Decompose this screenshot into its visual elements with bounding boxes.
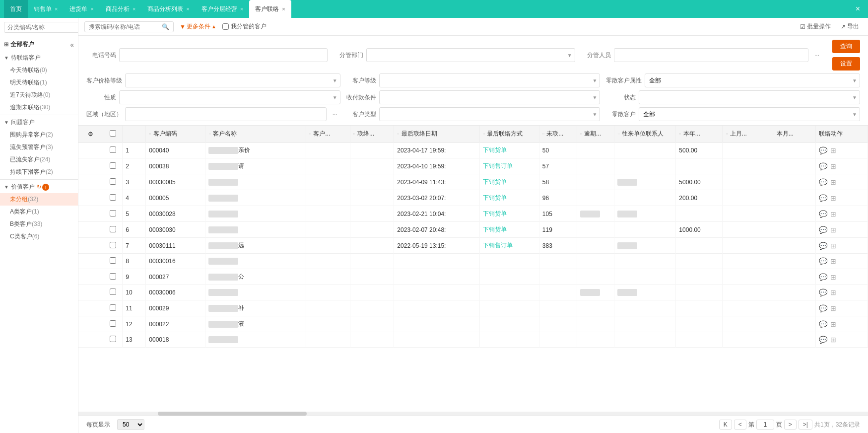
col-type-header[interactable]: ::客户... — [306, 126, 350, 143]
cell-check[interactable] — [103, 190, 123, 206]
action-grid-icon[interactable]: ⊞ — [830, 336, 836, 344]
nav-close-button[interactable]: × — [852, 4, 864, 13]
last-way-link[interactable]: 下销货单 — [483, 210, 507, 217]
row-checkbox[interactable] — [110, 273, 116, 280]
action-grid-icon[interactable]: ⊞ — [830, 273, 836, 281]
filter-region-input[interactable] — [125, 107, 327, 121]
sidebar-item-class-a[interactable]: A类客户(1) — [0, 206, 78, 218]
sidebar-group-problem[interactable]: ▼ 问题客户 — [0, 116, 78, 129]
sidebar-group-value[interactable]: ▼ 价值客户 ↻ ! — [0, 181, 78, 193]
filter-payment-select[interactable] — [379, 90, 601, 104]
close-customer-tier-icon[interactable]: × — [240, 6, 243, 12]
sidebar-item-ungroup[interactable]: 未分组(32) — [0, 193, 78, 206]
cell-check[interactable] — [103, 316, 123, 332]
query-button[interactable]: 查询 — [832, 40, 860, 53]
row-checkbox[interactable] — [110, 320, 116, 327]
filter-customer-type-select[interactable] — [379, 107, 601, 121]
col-thisyear-header[interactable]: ::本年... — [676, 126, 723, 143]
col-name-header[interactable]: ::客户名称 — [205, 126, 306, 143]
sidebar-item-churn-warning[interactable]: 流失预警客户(3) — [0, 141, 78, 153]
action-chat-icon[interactable]: 💬 — [819, 242, 827, 250]
select-all-checkbox[interactable] — [110, 130, 116, 137]
tab-purchase[interactable]: 进货单 × — [64, 0, 99, 18]
action-grid-icon[interactable]: ⊞ — [830, 304, 836, 312]
sidebar-group-pending[interactable]: ▼ 待联络客户 — [0, 52, 78, 64]
row-checkbox[interactable] — [110, 289, 116, 295]
cell-check[interactable] — [103, 254, 123, 269]
cell-check[interactable] — [103, 300, 123, 316]
sidebar-item-7days[interactable]: 近7天待联络(0) — [0, 89, 78, 101]
col-settings-header[interactable]: ⚙ — [78, 126, 103, 143]
last-way-link[interactable]: 下销货单 — [483, 194, 507, 201]
page-size-select[interactable]: 50 20 100 — [117, 419, 144, 430]
action-chat-icon[interactable]: 💬 — [819, 304, 827, 312]
row-checkbox[interactable] — [110, 178, 116, 185]
col-overdue-header[interactable]: ::逾期... — [577, 126, 614, 143]
sidebar-item-overdue[interactable]: 逾期未联络(30) — [0, 101, 78, 114]
col-contact-header[interactable]: ::联络... — [350, 126, 394, 143]
tab-sales[interactable]: 销售单 × — [28, 0, 64, 18]
last-page-btn[interactable]: >| — [799, 420, 812, 430]
filter-dept-select[interactable] — [366, 48, 575, 62]
row-checkbox[interactable] — [110, 257, 116, 264]
tab-product-analysis[interactable]: 商品分析 × — [100, 0, 141, 18]
last-way-link[interactable]: 下销售订单 — [483, 242, 513, 249]
close-customer-contact-icon[interactable]: × — [282, 6, 285, 12]
close-purchase-icon[interactable]: × — [90, 6, 93, 12]
action-grid-icon[interactable]: ⊞ — [830, 178, 836, 186]
all-customers-header[interactable]: ⊞ 全部客户 « — [0, 37, 78, 52]
region-more-icon[interactable]: ··· — [330, 111, 340, 118]
action-grid-icon[interactable]: ⊞ — [830, 242, 836, 250]
row-checkbox[interactable] — [110, 336, 116, 342]
prev-page-btn[interactable]: < — [734, 420, 746, 430]
filter-status-select[interactable] — [639, 90, 860, 104]
scrollbar-thumb[interactable] — [158, 412, 307, 416]
main-search-icon[interactable]: 🔍 — [162, 23, 169, 30]
filter-person-input[interactable] — [614, 48, 808, 62]
row-checkbox[interactable] — [110, 210, 116, 216]
col-thismonth-header[interactable]: ::本月... — [769, 126, 816, 143]
next-page-btn[interactable]: > — [784, 420, 797, 430]
col-lastway-header[interactable]: ::最后联络方式 — [479, 126, 539, 143]
row-checkbox[interactable] — [110, 226, 116, 232]
sidebar-search-input[interactable] — [4, 22, 78, 33]
cell-check[interactable] — [103, 206, 123, 222]
main-search-input[interactable] — [89, 23, 162, 30]
action-grid-icon[interactable]: ⊞ — [830, 257, 836, 265]
page-input[interactable] — [756, 420, 774, 430]
close-sales-icon[interactable]: × — [55, 6, 58, 12]
filter-nature-select[interactable] — [119, 90, 340, 104]
action-grid-icon[interactable]: ⊞ — [830, 162, 836, 170]
row-checkbox[interactable] — [110, 146, 116, 153]
action-chat-icon[interactable]: 💬 — [819, 257, 827, 265]
action-chat-icon[interactable]: 💬 — [819, 178, 827, 186]
action-chat-icon[interactable]: 💬 — [819, 289, 827, 296]
action-chat-icon[interactable]: 💬 — [819, 320, 827, 328]
value-refresh-icon[interactable]: ↻ — [37, 184, 41, 190]
row-checkbox[interactable] — [110, 162, 116, 169]
filter-phone-input[interactable] — [119, 48, 328, 62]
filter-sparse-customer-select[interactable]: 全部 — [639, 107, 860, 121]
filter-customer-level-select[interactable] — [379, 73, 601, 87]
cell-check[interactable] — [103, 222, 123, 238]
last-way-link[interactable]: 下销货单 — [483, 178, 507, 185]
my-customers-checkbox[interactable] — [222, 23, 229, 30]
sidebar-item-tomorrow[interactable]: 明天待联络(1) — [0, 76, 78, 89]
row-checkbox[interactable] — [110, 304, 116, 311]
action-chat-icon[interactable]: 💬 — [819, 226, 827, 234]
last-way-link[interactable]: 下销货单 — [483, 226, 507, 233]
tab-home[interactable]: 首页 — [4, 0, 28, 18]
action-chat-icon[interactable]: 💬 — [819, 336, 827, 344]
close-product-analysis-icon[interactable]: × — [133, 6, 135, 12]
action-grid-icon[interactable]: ⊞ — [830, 320, 836, 328]
action-chat-icon[interactable]: 💬 — [819, 162, 827, 170]
sidebar-item-class-c[interactable]: C类客户(6) — [0, 230, 78, 243]
row-checkbox[interactable] — [110, 242, 116, 248]
row-checkbox[interactable] — [110, 194, 116, 201]
filter-price-level-select[interactable] — [125, 73, 340, 87]
sidebar-item-abnormal[interactable]: 囤购异常客户(2) — [0, 129, 78, 141]
cell-check[interactable] — [103, 143, 123, 158]
action-chat-icon[interactable]: 💬 — [819, 210, 827, 218]
tab-product-list[interactable]: 商品分析列表 × — [141, 0, 195, 18]
action-grid-icon[interactable]: ⊞ — [830, 289, 836, 296]
